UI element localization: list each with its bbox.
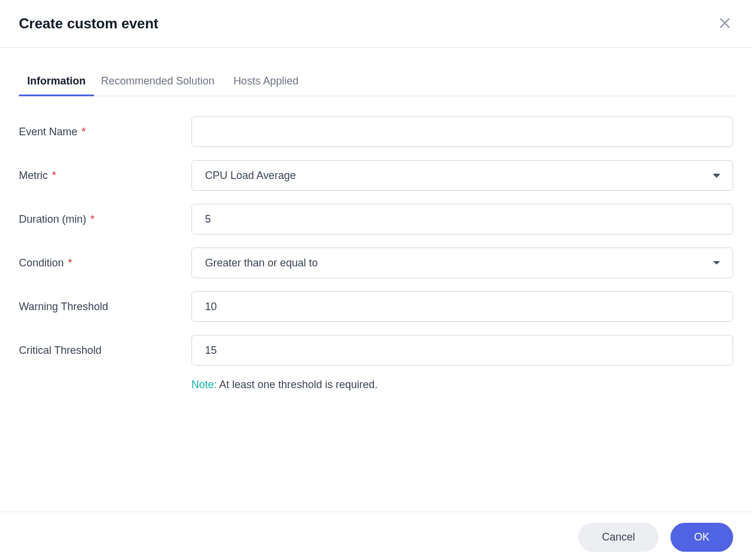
cancel-button[interactable]: Cancel	[578, 523, 659, 552]
tab-recommended-solution[interactable]: Recommended Solution	[94, 67, 226, 96]
critical-threshold-label: Critical Threshold	[19, 344, 191, 357]
close-icon[interactable]	[717, 13, 733, 34]
dialog-title: Create custom event	[19, 15, 158, 32]
metric-select[interactable]: CPU Load Average	[191, 160, 733, 191]
note-label: Note:	[191, 379, 217, 390]
condition-select[interactable]: Greater than or equal to	[191, 248, 733, 278]
duration-label: Duration (min) *	[19, 213, 191, 226]
event-name-input[interactable]	[191, 116, 733, 147]
form: Event Name * Metric * CPU Load Average	[19, 116, 733, 391]
required-marker: *	[90, 213, 95, 225]
tab-information[interactable]: Information	[19, 67, 94, 96]
event-name-label: Event Name *	[19, 126, 191, 138]
metric-label: Metric *	[19, 170, 191, 182]
dialog-footer: Cancel OK	[0, 512, 752, 560]
duration-input[interactable]	[191, 204, 733, 235]
required-marker: *	[82, 126, 86, 138]
tabs: Information Recommended Solution Hosts A…	[19, 67, 733, 96]
required-marker: *	[68, 257, 72, 269]
metric-select-value: CPU Load Average	[191, 160, 733, 191]
condition-select-value: Greater than or equal to	[191, 248, 733, 278]
required-marker: *	[52, 170, 56, 181]
critical-threshold-input[interactable]	[191, 335, 733, 366]
threshold-note: Note: At least one threshold is required…	[191, 379, 733, 391]
warning-threshold-label: Warning Threshold	[19, 301, 191, 313]
condition-label: Condition *	[19, 257, 191, 269]
warning-threshold-input[interactable]	[191, 291, 733, 322]
tab-hosts-applied[interactable]: Hosts Applied	[226, 67, 310, 96]
ok-button[interactable]: OK	[670, 523, 733, 552]
note-text: At least one threshold is required.	[219, 379, 377, 390]
